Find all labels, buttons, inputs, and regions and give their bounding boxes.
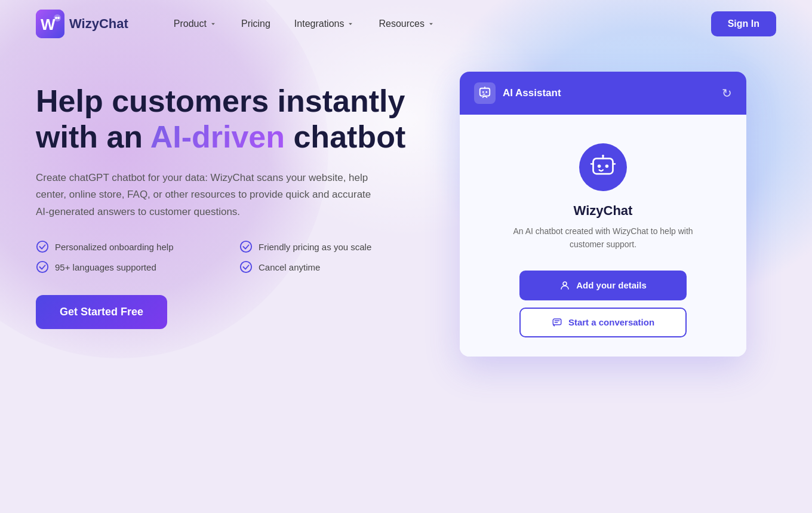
chat-widget: AI Assistant ↻ WizyCha — [460, 72, 746, 357]
logo-link[interactable]: W WizyChat — [36, 10, 128, 38]
svg-point-9 — [241, 262, 251, 272]
bot-name: WizyChat — [574, 203, 633, 219]
refresh-icon[interactable]: ↻ — [722, 86, 732, 100]
start-conversation-button[interactable]: Start a conversation — [519, 308, 687, 337]
svg-point-8 — [37, 262, 48, 272]
features-grid: Personalized onboarding help Friendly pr… — [36, 240, 424, 274]
svg-point-12 — [485, 91, 487, 93]
svg-point-4 — [55, 17, 57, 19]
sign-in-button[interactable]: Sign In — [711, 11, 776, 36]
check-icon-1 — [36, 240, 49, 253]
check-icon-3 — [36, 260, 49, 274]
svg-point-5 — [57, 17, 60, 19]
check-icon-4 — [239, 260, 253, 274]
svg-rect-10 — [480, 88, 490, 96]
svg-point-17 — [563, 282, 567, 285]
nav-links: Product Pricing Integrations Resources — [164, 14, 445, 34]
chat-header-icon — [474, 82, 496, 104]
chat-header-left: AI Assistant — [474, 82, 561, 104]
feature-onboarding: Personalized onboarding help — [36, 240, 220, 253]
message-icon — [552, 317, 562, 328]
hero-section: Help customers instantlywith an AI-drive… — [0, 48, 812, 357]
svg-point-15 — [605, 164, 609, 168]
hero-right: AI Assistant ↻ WizyCha — [460, 72, 746, 357]
svg-text:W: W — [41, 16, 56, 33]
nav-item-integrations[interactable]: Integrations — [285, 14, 365, 34]
hero-description: Create chatGPT chatbot for your data: Wi… — [36, 170, 382, 222]
add-details-button[interactable]: Add your details — [519, 271, 687, 300]
feature-pricing: Friendly pricing as you scale — [239, 240, 424, 253]
svg-point-7 — [241, 241, 251, 252]
chevron-down-icon-2 — [346, 20, 355, 28]
user-icon — [559, 280, 570, 291]
hero-left: Help customers instantlywith an AI-drive… — [36, 72, 424, 329]
chevron-down-icon-3 — [427, 20, 435, 28]
chat-header-title: AI Assistant — [503, 87, 561, 99]
svg-rect-13 — [593, 158, 613, 174]
chat-header: AI Assistant ↻ — [460, 72, 746, 115]
get-started-button[interactable]: Get Started Free — [36, 295, 167, 329]
bot-avatar — [579, 143, 627, 191]
nav-item-resources[interactable]: Resources — [369, 14, 444, 34]
nav-item-product[interactable]: Product — [164, 14, 227, 34]
chevron-down-icon — [209, 20, 217, 28]
chat-body: WizyChat An AI chatbot created with Wizy… — [460, 115, 746, 357]
svg-point-14 — [598, 164, 601, 168]
svg-point-16 — [602, 155, 604, 157]
logo-icon: W — [36, 10, 64, 38]
bot-avatar-icon — [590, 154, 616, 180]
svg-rect-18 — [553, 319, 561, 325]
svg-point-6 — [37, 241, 48, 252]
nav-item-pricing[interactable]: Pricing — [232, 14, 280, 34]
svg-point-11 — [482, 91, 484, 93]
check-icon-2 — [239, 240, 253, 253]
chat-bot-icon — [478, 87, 491, 100]
hero-headline: Help customers instantlywith an AI-drive… — [36, 84, 424, 155]
bot-description: An AI chatbot created with WizyChat to h… — [508, 225, 699, 251]
logo-text: WizyChat — [69, 16, 128, 32]
navbar: W WizyChat Product Pricing Integrations … — [0, 0, 812, 48]
feature-languages: 95+ languages supported — [36, 260, 220, 274]
feature-cancel: Cancel anytime — [239, 260, 424, 274]
